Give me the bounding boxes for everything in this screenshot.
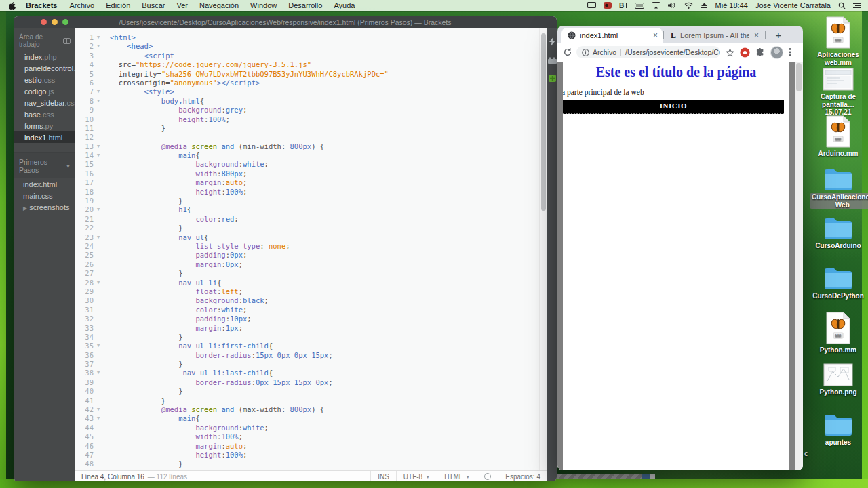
eject-icon[interactable] [701, 2, 708, 9]
code-line-33[interactable]: 33 margin:1px; [75, 324, 539, 333]
fold-arrow-icon[interactable]: ▼ [94, 369, 103, 378]
extension-red-icon[interactable] [740, 47, 750, 58]
tab-index1[interactable]: index1.html × [561, 28, 663, 43]
code-line-8[interactable]: 8▼ body,html{ [75, 97, 539, 106]
tab-lorem-ipsum[interactable]: L Lorem Ipsum - All the facts × [665, 28, 764, 43]
code-line-24[interactable]: 24 list-style-type: none; [75, 242, 539, 251]
screen-record-icon[interactable] [604, 2, 612, 9]
code-line-15[interactable]: 15 background:white; [75, 160, 539, 169]
code-line-17[interactable]: 17 margin:auto; [75, 178, 539, 187]
menu-navegación[interactable]: Navegación [199, 1, 239, 9]
bookmark-star-icon[interactable] [726, 48, 734, 57]
code-line-46[interactable]: 46 margin:auto; [75, 442, 539, 451]
code-line-41[interactable]: 41 } [75, 396, 539, 405]
encoding-selector[interactable]: UTF-8▼ [396, 471, 437, 481]
desktop-icon-python-png[interactable]: Python.png [810, 363, 867, 396]
desktop-icon-cursoaplicacionesweb[interactable]: CursoAplicacionesWeb [810, 167, 867, 209]
code-line-36[interactable]: 36 border-radius:15px 0px 0px 15px; [75, 351, 539, 360]
code-line-3[interactable]: 3 <script [75, 52, 539, 60]
menu-archivo[interactable]: Archivo [69, 1, 94, 9]
code-line-47[interactable]: 47 height:100%; [75, 451, 539, 460]
working-file-estilo[interactable]: estilo.css [14, 74, 75, 85]
menu-edición[interactable]: Edición [106, 1, 130, 9]
wifi-icon[interactable] [684, 2, 693, 9]
code-editor[interactable]: 1▼<html>2▼ <head>3 <script4 src="https:/… [75, 28, 539, 470]
tab-close-icon[interactable]: × [653, 31, 658, 39]
working-file-nav_sidebar[interactable]: nav_sidebar.css [14, 97, 75, 108]
working-file-forms[interactable]: forms.py [14, 120, 75, 131]
fold-arrow-icon[interactable]: ▼ [94, 405, 103, 414]
lint-status[interactable] [477, 471, 498, 481]
code-line-20[interactable]: 20▼ h1{ [75, 205, 539, 214]
fold-arrow-icon[interactable]: ▼ [94, 233, 103, 242]
code-line-43[interactable]: 43▼ main{ [75, 414, 539, 423]
code-line-1[interactable]: 1▼<html> [75, 33, 539, 42]
working-file-paneldecontrol[interactable]: paneldecontrol.php [14, 62, 75, 74]
code-line-35[interactable]: 35▼ nav ul li:first-child{ [75, 342, 539, 350]
code-line-27[interactable]: 27 } [75, 269, 539, 278]
code-line-10[interactable]: 10 height:100%; [75, 115, 539, 124]
code-line-22[interactable]: 22 } [75, 224, 539, 232]
project-file-screenshots[interactable]: ▶screenshots [14, 201, 75, 213]
code-line-26[interactable]: 26 margin:0px; [75, 260, 539, 269]
menu-dots-icon[interactable] [789, 47, 791, 57]
desktop-icon-captura-depantalla-15-07-21[interactable]: Captura depantalla…15.07.21 [810, 68, 867, 117]
code-line-6[interactable]: 6 crossorigin="anonymous"></script> [75, 79, 539, 87]
fold-arrow-icon[interactable]: ▼ [94, 414, 103, 423]
menu-ayuda[interactable]: Ayuda [334, 1, 355, 9]
code-line-30[interactable]: 30 background:black; [75, 296, 539, 305]
keyboard-icon[interactable] [635, 3, 644, 9]
code-line-42[interactable]: 42▼ @media screen and (max-width: 800px)… [75, 405, 539, 414]
fold-arrow-icon[interactable]: ▼ [94, 205, 103, 214]
brackets-titlebar[interactable]: /Users/josevicente/Desktop/CursoAplicaci… [14, 16, 557, 28]
control-center-icon[interactable] [853, 3, 861, 9]
working-file-index[interactable]: index.php [14, 51, 75, 62]
airplay-icon[interactable] [652, 2, 660, 9]
extension-manager-icon[interactable] [548, 57, 557, 64]
project-file-index[interactable]: index.html [14, 178, 75, 190]
code-line-45[interactable]: 45 width:100%; [75, 432, 539, 441]
code-line-5[interactable]: 5 integrity="sha256-QWo7LDvxbWT2tbbQ97B5… [75, 70, 539, 79]
page-nav-inicio[interactable]: INICIO [563, 100, 784, 114]
apple-menu-icon[interactable] [9, 1, 16, 10]
split-view-icon[interactable] [63, 38, 71, 44]
new-tab-button[interactable]: + [772, 28, 785, 42]
code-line-31[interactable]: 31 color:white; [75, 306, 539, 314]
fold-arrow-icon[interactable]: ▼ [94, 42, 103, 51]
fold-arrow-icon[interactable]: ▼ [94, 33, 103, 42]
code-line-16[interactable]: 16 width:800px; [75, 169, 539, 178]
code-line-25[interactable]: 25 padding:0px; [75, 251, 539, 260]
menubar-user[interactable]: Jose Vicente Carratala [755, 1, 831, 9]
working-file-index1[interactable]: index1.html [14, 131, 75, 143]
fold-arrow-icon[interactable]: ▼ [94, 142, 103, 151]
volume-icon[interactable] [668, 2, 677, 9]
code-line-2[interactable]: 2▼ <head> [75, 42, 539, 51]
code-line-23[interactable]: 23▼ nav ul{ [75, 233, 539, 242]
code-line-44[interactable]: 44 background:white; [75, 424, 539, 432]
code-line-40[interactable]: 40 } [75, 387, 539, 396]
code-line-9[interactable]: 9 background:grey; [75, 106, 539, 115]
code-line-12[interactable]: 12 [75, 133, 539, 142]
menu-desarrollo[interactable]: Desarrollo [288, 1, 322, 9]
code-line-39[interactable]: 39 border-radius:0px 15px 15px 0px; [75, 378, 539, 387]
code-line-19[interactable]: 19 } [75, 197, 539, 205]
code-line-7[interactable]: 7▼ <style> [75, 87, 539, 96]
tab-close-icon[interactable]: × [754, 31, 759, 39]
desktop-icon-apuntes[interactable]: apuntes [810, 412, 867, 447]
page-scrollbar[interactable] [795, 62, 803, 470]
code-line-4[interactable]: 4 src="https://code.jquery.com/jquery-3.… [75, 60, 539, 69]
menubar-clock[interactable]: Mié 18:44 [715, 1, 748, 9]
fold-arrow-icon[interactable]: ▼ [94, 87, 103, 96]
desktop-icon-python-mm[interactable]: MMPython.mm [810, 312, 867, 354]
display-icon[interactable] [587, 2, 596, 9]
code-line-34[interactable]: 34 } [75, 333, 539, 342]
project-header[interactable]: Primeros Pasos ▼ [14, 153, 75, 178]
boom-app-icon[interactable]: B [619, 2, 627, 9]
page-scrollbar-thumb[interactable] [796, 63, 802, 92]
project-file-main[interactable]: main.css [14, 190, 75, 201]
menu-window[interactable]: Window [250, 1, 277, 9]
insert-mode-indicator[interactable]: INS [370, 471, 396, 481]
search-icon[interactable] [838, 2, 846, 9]
extensions-puzzle-icon[interactable] [755, 47, 765, 57]
code-line-11[interactable]: 11 } [75, 124, 539, 133]
